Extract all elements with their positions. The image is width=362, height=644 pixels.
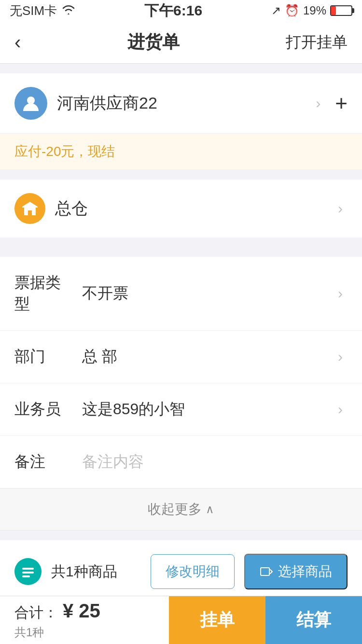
svg-point-0 (27, 97, 35, 104)
remark-label: 备注 (14, 451, 72, 473)
svg-rect-1 (22, 568, 34, 570)
collapse-button[interactable]: 收起更多 ∧ (0, 488, 362, 531)
status-right: ↗ ⏰ 19% (271, 4, 352, 17)
supplier-name: 河南供应商22 (57, 92, 316, 114)
supplier-avatar (14, 87, 47, 120)
edit-detail-button[interactable]: 修改明细 (151, 554, 235, 589)
supplier-row[interactable]: 河南供应商22 › + (0, 73, 362, 134)
alarm-icon: ⏰ (285, 4, 299, 17)
collapse-icon: ∧ (206, 503, 214, 516)
invoice-value: 不开票 (82, 283, 338, 304)
total-prefix: 合计： (14, 603, 58, 623)
invoice-chevron-icon: › (338, 285, 343, 302)
staff-chevron-icon: › (338, 401, 343, 418)
page-title: 进货单 (127, 30, 180, 54)
dept-value: 总 部 (82, 346, 338, 367)
collapse-label: 收起更多 (148, 500, 202, 518)
select-product-button[interactable]: 选择商品 (244, 554, 348, 589)
staff-row[interactable]: 业务员 这是859的小智 › (0, 383, 362, 436)
wifi-icon (62, 3, 75, 18)
product-count-icon (14, 558, 42, 585)
checkout-button[interactable]: 结算 (265, 596, 362, 644)
product-header: 共1种商品 修改明细 选择商品 (0, 540, 362, 603)
select-product-label: 选择商品 (278, 562, 332, 581)
back-button[interactable]: ‹ (14, 31, 21, 53)
bottom-bar: 合计： ¥ 25 共1种 挂单 结算 (0, 596, 362, 644)
product-count-label: 共1种商品 (51, 562, 141, 582)
status-time: 下午6:16 (144, 1, 202, 21)
warehouse-name: 总仓 (55, 197, 338, 220)
svg-rect-4 (261, 568, 269, 575)
invoice-row[interactable]: 票据类型 不开票 › (0, 257, 362, 331)
svg-line-6 (270, 572, 272, 574)
dept-row[interactable]: 部门 总 部 › (0, 331, 362, 383)
remark-row[interactable]: 备注 备注内容 (0, 436, 362, 488)
nav-bar: ‹ 进货单 打开挂单 (0, 21, 362, 64)
carrier-label: 无SIM卡 (10, 2, 57, 19)
total-amount: ¥ 25 (63, 600, 100, 622)
svg-rect-2 (22, 572, 34, 574)
open-suspend-button[interactable]: 打开挂单 (286, 32, 348, 53)
staff-label: 业务员 (14, 399, 72, 420)
total-row: 合计： ¥ 25 (14, 600, 154, 623)
location-icon: ↗ (271, 4, 281, 17)
supplier-section: 河南供应商22 › + 应付-20元，现结 (0, 73, 362, 170)
staff-value: 这是859的小智 (82, 399, 338, 420)
remark-input[interactable]: 备注内容 (82, 451, 348, 473)
dept-chevron-icon: › (338, 349, 343, 365)
notice-bar: 应付-20元，现结 (0, 134, 362, 170)
status-bar: 无SIM卡 下午6:16 ↗ ⏰ 19% (0, 0, 362, 21)
total-area: 合计： ¥ 25 共1种 (0, 600, 169, 640)
supplier-chevron-icon: › (316, 95, 320, 112)
suspend-button[interactable]: 挂单 (169, 596, 265, 644)
add-button[interactable]: + (335, 91, 348, 115)
status-left: 无SIM卡 (10, 2, 75, 19)
svg-rect-3 (22, 575, 30, 577)
total-count: 共1种 (14, 625, 154, 640)
warehouse-chevron-icon: › (338, 200, 343, 217)
invoice-label: 票据类型 (14, 272, 72, 315)
dept-label: 部门 (14, 346, 72, 367)
battery-icon (330, 5, 352, 16)
warehouse-row[interactable]: 总仓 › (0, 180, 362, 238)
warehouse-icon (14, 193, 45, 224)
warehouse-section: 总仓 › (0, 180, 362, 238)
form-section: 票据类型 不开票 › 部门 总 部 › 业务员 这是859的小智 › 备注 备注… (0, 257, 362, 488)
battery-percent: 19% (303, 4, 326, 17)
